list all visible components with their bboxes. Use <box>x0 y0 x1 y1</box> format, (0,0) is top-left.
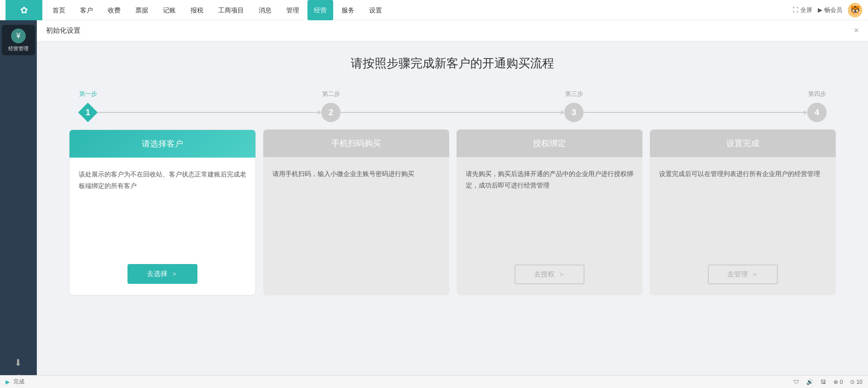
fullscreen-btn[interactable]: ⛶ 全屏 <box>793 6 812 14</box>
step-1: 第一步 1 <box>78 90 98 122</box>
nav-items: 首页 客户 收费 票据 记账 报税 工商项目 消息 管理 经营 服务 设置 <box>46 0 793 20</box>
nav-item-customer[interactable]: 客户 <box>74 0 99 20</box>
play-icon[interactable]: ▶ <box>6 379 10 385</box>
save-icon: 🖫 <box>821 379 826 385</box>
content-area: 请按照步骤完成新客户的开通购买流程 第一步 1 <box>37 41 868 309</box>
steps-visual: 第一步 1 第二步 2 <box>55 90 850 122</box>
volume-icon: 🔊 <box>806 379 813 385</box>
step-2-label: 第二步 <box>322 90 340 99</box>
status-left: ▶ 完成 <box>6 378 24 386</box>
card-3-body: 请先购买，购买后选择开通的产品中的企业用户进行授权绑定，成功后即可进行经营管理 <box>457 157 642 257</box>
step-2: 第二步 2 <box>321 90 341 122</box>
card-2-footer <box>263 277 449 295</box>
card-2-title: 手机扫码购买 <box>331 139 381 148</box>
step-4-circle: 4 <box>807 103 827 122</box>
main-heading: 请按照步骤完成新客户的开通购买流程 <box>55 55 850 71</box>
card-2-body-text: 请用手机扫码，输入小微企业主账号密码进行购买 <box>272 170 414 177</box>
card-3-footer: 去授权 ＞ <box>457 257 642 295</box>
notification-count: ⊕ 0 <box>833 379 843 385</box>
download-icon[interactable]: ⬇ <box>14 357 22 368</box>
card-1-btn-label: 去选择 <box>147 270 168 278</box>
card-3: 授权绑定 请先购买，购买后选择开通的产品中的企业用户进行授权绑定，成功后即可进行… <box>457 129 642 295</box>
page-title: 初始化设置 <box>46 26 81 35</box>
nav-item-message[interactable]: 消息 <box>252 0 278 20</box>
member-btn[interactable]: ▶ 畅会员 <box>818 6 842 14</box>
card-4-btn-arrow: ＞ <box>752 270 758 279</box>
card-3-btn-arrow: ＞ <box>558 270 565 279</box>
card-2-body: 请用手机扫码，输入小微企业主账号密码进行购买 <box>263 157 449 277</box>
sidebar: ¥ 经营管理 ⬇ ☺ <box>0 20 37 388</box>
sidebar-item-operation[interactable]: ¥ 经营管理 <box>2 25 35 55</box>
card-1-body: 该处展示的客户为不在回收站、客户状态正常建账后完成老板端绑定的所有客户 <box>69 158 255 257</box>
card-3-title: 授权绑定 <box>533 139 566 148</box>
operation-icon: ¥ <box>11 29 26 43</box>
status-bar: ▶ 完成 🛡 🔊 🖫 ⊕ 0 ⊙ 10 <box>0 375 868 388</box>
nav-item-invoice[interactable]: 票据 <box>129 0 155 20</box>
card-4-footer: 去管理 ＞ <box>650 257 836 295</box>
card-4-body: 设置完成后可以在管理列表进行所有企业用户的经营管理 <box>650 157 836 257</box>
logo-area: ✿ <box>6 0 42 20</box>
card-1-btn-arrow: ＞ <box>171 270 178 278</box>
card-4-btn[interactable]: 去管理 ＞ <box>708 265 778 284</box>
card-4-body-text: 设置完成后可以在管理列表进行所有企业用户的经营管理 <box>659 170 820 177</box>
nav-item-settings[interactable]: 设置 <box>363 0 388 20</box>
layout: ¥ 经营管理 ⬇ ☺ 初始化设置 × 请按照步骤完成新客户的开通购买流程 第一步 <box>0 20 868 388</box>
connector-3-4 <box>584 97 807 115</box>
step-3-circle: 3 <box>564 103 584 122</box>
connector-1-2 <box>98 97 321 115</box>
card-4-header: 设置完成 <box>650 129 836 157</box>
step-4-label: 第四步 <box>808 90 826 99</box>
page-header: 初始化设置 × <box>37 20 868 41</box>
step-3-label: 第三步 <box>565 90 583 99</box>
card-1-body-text: 该处展示的客户为不在回收站、客户状态正常建账后完成老板端绑定的所有客户 <box>79 170 246 189</box>
play-icon-nav: ▶ <box>818 6 822 13</box>
step-1-circle: 1 <box>78 103 98 122</box>
nav-item-charge[interactable]: 收费 <box>101 0 127 20</box>
step-3: 第三步 3 <box>564 90 584 122</box>
step-2-circle: 2 <box>321 103 341 122</box>
status-text: 完成 <box>13 378 24 386</box>
nav-item-account[interactable]: 记账 <box>156 0 182 20</box>
card-3-btn-label: 去授权 <box>534 270 555 279</box>
main-content: 初始化设置 × 请按照步骤完成新客户的开通购买流程 第一步 1 <box>37 20 868 388</box>
zoom-level: ⊙ 10 <box>850 379 862 385</box>
cards-row: 请选择客户 该处展示的客户为不在回收站、客户状态正常建账后完成老板端绑定的所有客… <box>55 129 850 295</box>
fullscreen-icon: ⛶ <box>793 6 799 13</box>
fullscreen-label: 全屏 <box>800 6 812 14</box>
card-1-title: 请选择客户 <box>142 139 183 148</box>
shield-icon: 🛡 <box>793 379 799 385</box>
card-3-btn[interactable]: 去授权 ＞ <box>515 265 584 284</box>
card-1-footer: 去选择 ＞ <box>69 257 255 295</box>
top-nav: ✿ 首页 客户 收费 票据 记账 报税 工商项目 消息 管理 经营 服务 设置 … <box>0 0 868 20</box>
logo-icon: ✿ <box>20 5 28 16</box>
nav-item-operation[interactable]: 经营 <box>307 0 333 20</box>
card-4-btn-label: 去管理 <box>727 270 748 279</box>
nav-item-service[interactable]: 服务 <box>335 0 361 20</box>
member-label: 畅会员 <box>824 6 842 14</box>
card-2: 手机扫码购买 请用手机扫码，输入小微企业主账号密码进行购买 <box>263 129 449 295</box>
connector-2-3 <box>341 97 564 115</box>
nav-item-business[interactable]: 工商项目 <box>212 0 250 20</box>
nav-item-tax[interactable]: 报税 <box>184 0 210 20</box>
card-4-title: 设置完成 <box>726 139 759 148</box>
status-right: 🛡 🔊 🖫 ⊕ 0 ⊙ 10 <box>793 379 862 385</box>
close-button[interactable]: × <box>854 26 859 35</box>
card-3-header: 授权绑定 <box>457 129 642 157</box>
card-3-body-text: 请先购买，购买后选择开通的产品中的企业用户进行授权绑定，成功后即可进行经营管理 <box>466 170 633 189</box>
nav-item-manage[interactable]: 管理 <box>280 0 306 20</box>
card-2-header: 手机扫码购买 <box>263 129 449 157</box>
card-4: 设置完成 设置完成后可以在管理列表进行所有企业用户的经营管理 去管理 ＞ <box>650 129 836 295</box>
step-4: 第四步 4 <box>807 90 827 122</box>
avatar[interactable]: 🐯 <box>848 3 862 18</box>
card-1-btn[interactable]: 去选择 ＞ <box>127 264 197 284</box>
sidebar-item-label: 经营管理 <box>8 45 29 52</box>
nav-right: ⛶ 全屏 ▶ 畅会员 🐯 <box>793 3 862 18</box>
nav-item-home[interactable]: 首页 <box>46 0 72 20</box>
step-1-label: 第一步 <box>79 90 97 99</box>
card-1-header: 请选择客户 <box>69 130 255 158</box>
card-1: 请选择客户 该处展示的客户为不在回收站、客户状态正常建账后完成老板端绑定的所有客… <box>69 129 256 295</box>
